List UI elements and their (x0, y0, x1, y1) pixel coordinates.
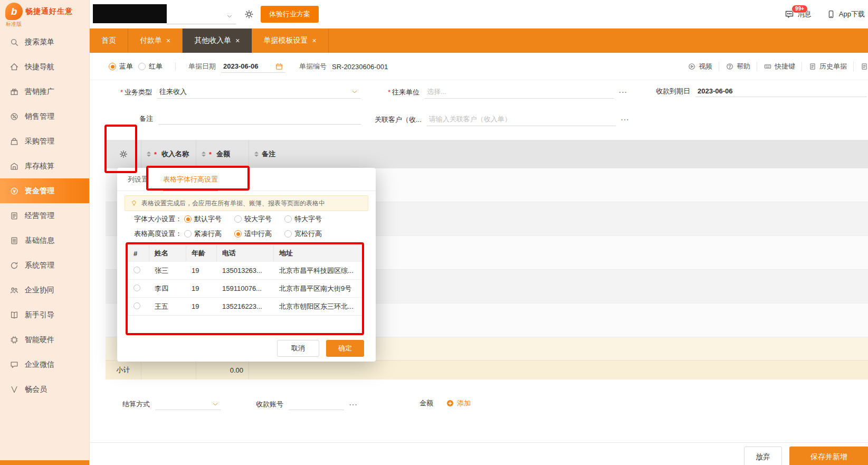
sidebar-item-search[interactable]: 搜索菜单 (0, 30, 89, 54)
app-download-link[interactable]: App下载 (826, 10, 865, 19)
doc-date-field[interactable]: 2023-06-06 (221, 61, 285, 73)
message-badge: 99+ (791, 5, 808, 13)
tab-item[interactable]: 其他收入单× (183, 29, 252, 53)
topbar-right: 99+ 消息 App下载 (784, 0, 865, 29)
sidebar-item-label: 营销推广 (25, 87, 54, 97)
sidebar-item-list[interactable]: 基础信息 (0, 228, 89, 253)
sidebar-item-member[interactable]: 畅会员 (0, 377, 89, 402)
business-type-select[interactable]: 往来收入 (157, 86, 360, 99)
chevron-down-icon[interactable] (351, 88, 358, 96)
sidebar-menu: 搜索菜单快捷导航营销推广销售管理采购管理库存核算资金管理经营管理基础信息系统管理… (0, 30, 89, 402)
link-question[interactable]: 帮助 (719, 62, 757, 71)
sidebar-item-inventory[interactable]: 库存核算 (0, 154, 89, 178)
due-date-field[interactable]: 2023-06-06 (695, 86, 867, 97)
more-icon[interactable]: ··· (621, 116, 629, 124)
grid-header: * 收入名称 * 金额 备注 (106, 140, 868, 168)
remark-input[interactable] (158, 113, 361, 125)
gear-icon[interactable] (119, 149, 128, 159)
radio-option[interactable]: 特大字号 (284, 214, 322, 224)
confirm-button[interactable]: 确定 (326, 340, 364, 357)
logo[interactable]: b 畅捷通好生意 标准版 (0, 0, 89, 29)
table-row[interactable]: 王五19135216223...北京市朝阳区东三环北... (128, 297, 363, 315)
sidebar-item-home[interactable]: 快捷导航 (0, 54, 89, 79)
radio-option[interactable]: 紧凑行高 (184, 229, 222, 239)
grid-col-remark[interactable]: 备注 (249, 140, 868, 168)
grid-col-amount[interactable]: * 金额 (196, 140, 249, 168)
close-icon[interactable]: × (235, 36, 240, 45)
table-cell: 135216223... (217, 302, 274, 310)
table-row[interactable]: 张三19135013263...北京市昌平科技园区综... (128, 261, 363, 279)
row-radio-icon[interactable] (133, 284, 140, 291)
link-keyboard[interactable]: 快捷键 (757, 62, 802, 71)
more-icon[interactable]: ··· (349, 401, 358, 409)
sidebar-item-guide[interactable]: 新手引导 (0, 302, 89, 327)
discard-button[interactable]: 放弃 (744, 447, 782, 465)
radio-option[interactable]: 默认字号 (184, 214, 222, 224)
table-cell: 159110076... (217, 284, 274, 292)
sidebar-item-doc[interactable]: 经营管理 (0, 203, 89, 228)
history-icon (808, 62, 817, 71)
sidebar-item-bag[interactable]: 采购管理 (0, 129, 89, 154)
close-icon[interactable]: × (312, 36, 316, 45)
sidebar-item-money[interactable]: 资金管理 (0, 178, 89, 203)
radio-option[interactable]: 较大字号 (234, 214, 272, 224)
gear-icon[interactable] (244, 9, 254, 20)
row-radio-icon[interactable] (133, 267, 140, 273)
tab-item[interactable]: 单据模板设置× (252, 29, 328, 53)
document-toolbar: 蓝单 红单 单据日期 2023-06-06 单据编号 SR-20230606-0… (90, 53, 868, 80)
subtotal-amount: 0.00 (196, 360, 249, 379)
calendar-icon[interactable] (275, 62, 283, 71)
bulb-icon (130, 200, 138, 207)
tab-item[interactable]: 首页 (90, 29, 128, 53)
related-customer-input[interactable]: 请输入关联客户（收入单） (427, 113, 616, 126)
account-select[interactable] (289, 398, 344, 410)
partner-select[interactable]: 选择... (425, 86, 614, 99)
link-history[interactable]: 历史单据 (802, 62, 854, 71)
sidebar-item-chat[interactable]: 企业微信 (0, 352, 89, 377)
sidebar-item-sales[interactable]: 销售管理 (0, 104, 89, 129)
sidebar-item-gift[interactable]: 营销推广 (0, 79, 89, 104)
row-height-label: 表格高度设置： (134, 229, 182, 239)
experience-button[interactable]: 体验行业方案 (261, 6, 319, 23)
settlement-select[interactable] (155, 398, 221, 410)
grid-col-income-name[interactable]: * 收入名称 (141, 140, 196, 168)
grid-settings-cell[interactable] (106, 140, 141, 168)
sales-icon (9, 112, 19, 121)
sort-icon[interactable] (202, 151, 206, 157)
save-and-new-button[interactable]: 保存并新增 (789, 447, 868, 465)
link-more[interactable] (854, 62, 868, 71)
hardware-icon (9, 335, 19, 345)
sort-icon[interactable] (147, 151, 151, 157)
org-select-underline (167, 24, 236, 24)
chat-icon (9, 360, 19, 369)
link-play[interactable]: 视频 (681, 62, 719, 71)
modal-tab-column-settings[interactable]: 列设置 (128, 168, 148, 191)
add-row-button[interactable]: 添加 (446, 398, 471, 408)
doc-no-value: SR-20230606-001 (332, 63, 388, 71)
sidebar-item-system[interactable]: 系统管理 (0, 253, 89, 278)
row-radio-icon[interactable] (133, 302, 140, 309)
table-cell: 19 (186, 284, 217, 292)
blue-doc-option[interactable]: 蓝单 (109, 62, 133, 71)
table-row[interactable]: 李四19159110076...北京市昌平区南大街9号 (128, 279, 363, 297)
modal-tab-font-row-height[interactable]: 表格字体行高设置 (163, 168, 218, 191)
radio-option[interactable]: 适中行高 (234, 229, 272, 239)
radio-option[interactable]: 宽松行高 (284, 229, 322, 239)
more-icon[interactable]: ··· (619, 88, 627, 96)
tab-item[interactable]: 付款单× (128, 29, 183, 53)
sidebar-item-label: 搜索菜单 (25, 37, 54, 47)
cancel-button[interactable]: 取消 (277, 340, 319, 357)
sidebar-item-label: 库存核算 (25, 162, 54, 171)
sidebar-item-collab[interactable]: 企业协同 (0, 278, 89, 302)
sidebar-bottom-bar[interactable] (0, 460, 89, 465)
radio-icon (284, 215, 292, 223)
red-doc-option[interactable]: 红单 (138, 62, 163, 71)
chevron-down-icon[interactable] (226, 13, 233, 20)
messages-link[interactable]: 99+ 消息 (784, 9, 812, 20)
sidebar-item-hardware[interactable]: 智能硬件 (0, 327, 89, 352)
bag-icon (9, 137, 19, 146)
chevron-down-icon[interactable] (212, 401, 219, 408)
sort-icon[interactable] (254, 151, 259, 157)
close-icon[interactable]: × (166, 36, 170, 45)
sidebar-item-label: 智能硬件 (25, 335, 54, 345)
